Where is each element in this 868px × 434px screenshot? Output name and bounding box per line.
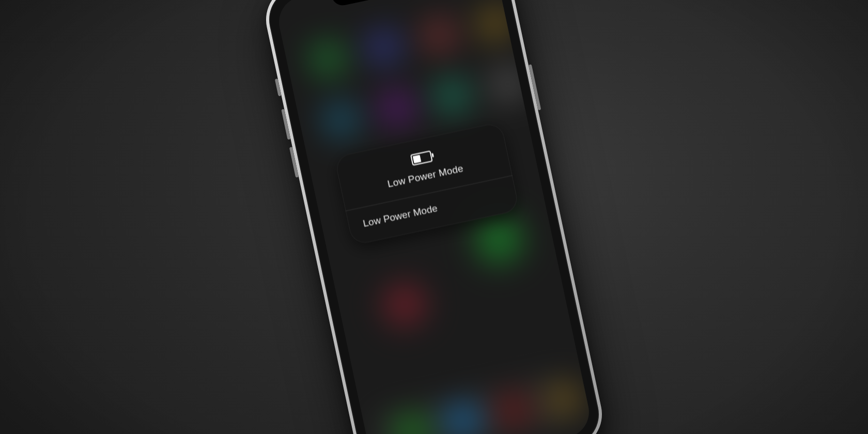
- battery-fill: [413, 155, 422, 164]
- scene-background: Low Power Mode Low Power Mode: [0, 0, 868, 434]
- battery-icon: [410, 150, 433, 166]
